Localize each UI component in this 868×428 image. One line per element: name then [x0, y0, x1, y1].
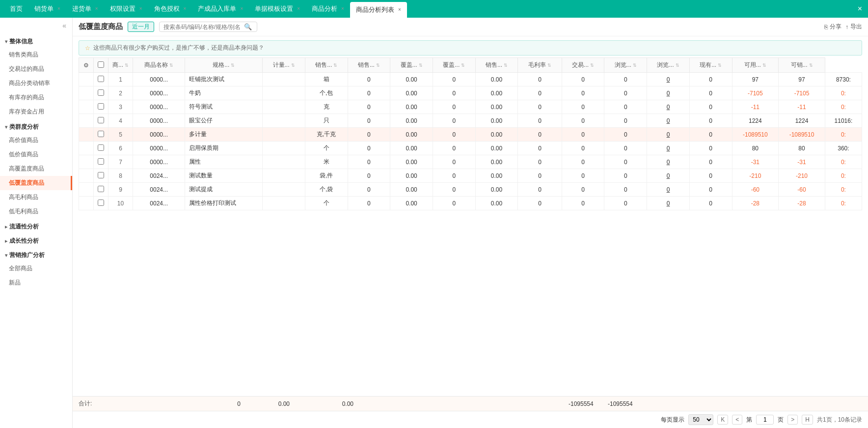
row-checkbox-cell[interactable] — [94, 128, 108, 142]
sort-icon[interactable]: ⇅ — [169, 63, 173, 68]
sidebar-collapse-button[interactable]: « — [59, 20, 69, 31]
nav-role-auth[interactable]: 角色授权 × — [148, 0, 192, 18]
row-checkbox[interactable] — [98, 172, 104, 178]
search-input[interactable] — [163, 24, 242, 30]
sort-icon[interactable]: ⇅ — [231, 63, 235, 68]
sort-icon[interactable]: ⇅ — [676, 63, 679, 68]
row-browse1[interactable]: 0 — [647, 183, 690, 197]
last-page-button[interactable]: H — [802, 415, 813, 425]
global-close-button[interactable]: × — [852, 4, 868, 13]
table-wrapper[interactable]: ⚙ 商...⇅ 商品名称⇅ 规格...⇅ 计量...⇅ 销售...⇅ 销售...… — [73, 57, 868, 396]
close-icon[interactable]: × — [240, 0, 243, 18]
nav-sales-order[interactable]: 销货单 × — [28, 0, 66, 18]
row-browse1[interactable]: 0 — [647, 128, 690, 142]
sidebar-item-all-products[interactable]: 全部商品 — [0, 261, 72, 276]
row-browse1[interactable]: 0 — [647, 114, 690, 128]
sort-icon[interactable]: ⇅ — [809, 63, 813, 68]
export-button[interactable]: ↑ 导出 — [845, 23, 862, 31]
row-checkbox[interactable] — [98, 158, 104, 165]
close-icon[interactable]: × — [297, 0, 300, 18]
sidebar-item-in-stock[interactable]: 有库存的商品 — [0, 90, 72, 105]
sidebar-item-stock-funds[interactable]: 库存资金占用 — [0, 105, 72, 119]
sidebar-group-marketing[interactable]: ▾ 营销推广分析 — [0, 247, 72, 261]
row-checkbox-cell[interactable] — [94, 155, 108, 169]
nav-template-setting[interactable]: 单据模板设置 × — [249, 0, 306, 18]
sort-icon[interactable]: ⇅ — [419, 63, 423, 68]
sidebar-item-traded-products[interactable]: 交易过的商品 — [0, 62, 72, 76]
sort-icon[interactable]: ⇅ — [762, 63, 766, 68]
row-browse1[interactable]: 0 — [647, 197, 690, 210]
column-checkbox[interactable] — [94, 58, 108, 73]
nav-home[interactable]: 首页 — [4, 0, 28, 18]
sidebar-item-new-products[interactable]: 新品 — [0, 276, 72, 290]
next-page-button[interactable]: > — [787, 415, 798, 425]
row-available: -28 — [779, 197, 825, 210]
row-checkbox[interactable] — [98, 131, 104, 137]
sort-icon[interactable]: ⇅ — [376, 63, 380, 68]
row-browse1[interactable]: 0 — [647, 73, 690, 86]
row-checkbox[interactable] — [98, 186, 104, 192]
nav-product-instock[interactable]: 产成品入库单 × — [192, 0, 249, 18]
close-icon[interactable]: × — [57, 0, 60, 18]
search-box[interactable]: 🔍 — [159, 22, 257, 32]
row-checkbox-cell[interactable] — [94, 197, 108, 210]
row-checkbox-cell[interactable] — [94, 100, 108, 114]
first-page-button[interactable]: K — [717, 415, 728, 425]
nav-purchase-order[interactable]: 进货单 × — [66, 0, 104, 18]
prev-page-button[interactable]: < — [732, 415, 742, 425]
sidebar-item-low-coverage[interactable]: 低覆盖度商品 — [0, 176, 72, 190]
column-settings[interactable]: ⚙ — [79, 58, 94, 73]
row-browse1[interactable]: 0 — [647, 142, 690, 155]
time-filter-tag[interactable]: 近一月 — [128, 22, 154, 32]
row-checkbox[interactable] — [98, 76, 104, 82]
sort-icon[interactable]: ⇅ — [125, 63, 129, 68]
row-browse1[interactable]: 0 — [647, 100, 690, 114]
nav-permission[interactable]: 权限设置 × — [104, 0, 148, 18]
sort-icon[interactable]: ⇅ — [504, 63, 508, 68]
row-checkbox-cell[interactable] — [94, 183, 108, 197]
sidebar-item-category-rate[interactable]: 商品分类动销率 — [0, 76, 72, 90]
close-icon[interactable]: × — [139, 0, 142, 18]
sidebar-item-high-margin[interactable]: 高毛利商品 — [0, 190, 72, 204]
sort-icon[interactable]: ⇅ — [291, 63, 295, 68]
sidebar-group-cluster[interactable]: ▾ 类群度分析 — [0, 119, 72, 133]
chevron-down-icon: ▾ — [5, 253, 7, 258]
sort-icon[interactable]: ⇅ — [461, 63, 465, 68]
row-checkbox-cell[interactable] — [94, 73, 108, 86]
close-icon[interactable]: × — [95, 0, 98, 18]
row-browse1[interactable]: 0 — [647, 155, 690, 169]
row-checkbox[interactable] — [98, 103, 104, 110]
sidebar-group-flow[interactable]: ▸ 流通性分析 — [0, 219, 72, 233]
row-checkbox[interactable] — [98, 200, 104, 206]
page-number-input[interactable] — [756, 415, 774, 425]
share-button[interactable]: ⎘ 分享 — [824, 23, 841, 31]
sidebar-group-growth[interactable]: ▸ 成长性分析 — [0, 233, 72, 247]
row-browse1[interactable]: 0 — [647, 169, 690, 183]
sort-icon[interactable]: ⇅ — [633, 63, 637, 68]
sidebar-item-sales-products[interactable]: 销售类商品 — [0, 48, 72, 62]
sort-icon[interactable]: ⇅ — [547, 63, 551, 68]
sidebar-item-high-coverage[interactable]: 高覆盖度商品 — [0, 162, 72, 176]
row-checkbox-cell[interactable] — [94, 114, 108, 128]
sidebar-item-low-margin[interactable]: 低毛利商品 — [0, 204, 72, 219]
row-checkbox-cell[interactable] — [94, 86, 108, 100]
sort-icon[interactable]: ⇅ — [718, 63, 722, 68]
sort-icon[interactable]: ⇅ — [333, 63, 337, 68]
row-checkbox[interactable] — [98, 144, 104, 151]
close-icon[interactable]: × — [341, 0, 344, 18]
close-icon[interactable]: × — [184, 0, 187, 18]
row-checkbox-cell[interactable] — [94, 169, 108, 183]
sidebar-group-overall[interactable]: ▾ 整体信息 — [0, 33, 72, 48]
row-browse1[interactable]: 0 — [647, 86, 690, 100]
sidebar-item-high-value[interactable]: 高价值商品 — [0, 133, 72, 147]
close-icon[interactable]: × — [398, 2, 401, 18]
row-checkbox[interactable] — [98, 117, 104, 123]
row-checkbox-cell[interactable] — [94, 142, 108, 155]
select-all-checkbox[interactable] — [98, 61, 104, 68]
nav-product-analysis[interactable]: 商品分析 × — [306, 0, 350, 18]
sidebar-item-low-value[interactable]: 低价值商品 — [0, 147, 72, 162]
per-page-select[interactable]: 50 10 20 100 — [688, 414, 713, 425]
nav-product-analysis-list[interactable]: 商品分析列表 × — [350, 2, 407, 18]
row-checkbox[interactable] — [98, 89, 104, 96]
sort-icon[interactable]: ⇅ — [590, 63, 594, 68]
